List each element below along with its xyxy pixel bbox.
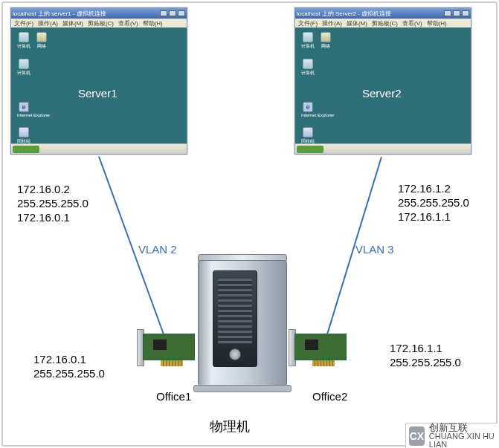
vm-title-text: localhost 上的 server1 - 虚拟机连接 bbox=[13, 10, 106, 18]
vm-desktop: 计算机 网络 计算机 Internet Explorer 回收站 Server1 bbox=[11, 27, 187, 143]
desktop-computer2-icon[interactable]: 计算机 bbox=[301, 59, 315, 75]
desktop-ie-icon[interactable]: Internet Explorer bbox=[17, 102, 30, 118]
close-icon[interactable] bbox=[462, 10, 469, 16]
maximize-icon[interactable] bbox=[453, 10, 460, 16]
menu-item[interactable]: 查看(V) bbox=[402, 19, 422, 27]
server1-ip-block: 172.16.0.2 255.255.255.0 172.16.0.1 bbox=[17, 183, 88, 224]
vm-window-server1: localhost 上的 server1 - 虚拟机连接 文件(F) 操作(A)… bbox=[10, 7, 187, 155]
menu-item[interactable]: 操作(A) bbox=[38, 19, 58, 27]
icon-label: 网络 bbox=[319, 43, 332, 50]
nic-office1-icon bbox=[137, 329, 204, 374]
icon-label: 回收站 bbox=[301, 138, 315, 145]
minimize-icon[interactable] bbox=[160, 10, 167, 16]
vm-titlebar: localhost 上的 Server2 - 虚拟机连接 bbox=[295, 8, 471, 19]
server2-ip: 172.16.1.2 bbox=[398, 182, 469, 196]
physical-machine-label: 物理机 bbox=[210, 418, 250, 435]
desktop-network-icon[interactable]: 网络 bbox=[35, 32, 48, 48]
vlan2-label: VLAN 2 bbox=[138, 243, 177, 256]
icon-label: 计算机 bbox=[17, 43, 30, 50]
vm-window-server2: localhost 上的 Server2 - 虚拟机连接 文件(F) 操作(A)… bbox=[294, 7, 471, 155]
icon-label: 计算机 bbox=[17, 70, 30, 77]
icon-label: 计算机 bbox=[301, 43, 315, 50]
menu-item[interactable]: 文件(F) bbox=[298, 19, 318, 27]
desktop-recycle-icon[interactable]: 回收站 bbox=[301, 127, 315, 143]
nic-office2-icon bbox=[289, 329, 355, 374]
maximize-icon[interactable] bbox=[169, 10, 176, 16]
start-button[interactable] bbox=[13, 146, 39, 153]
physical-server-icon bbox=[198, 260, 287, 386]
minimize-icon[interactable] bbox=[444, 10, 451, 16]
menu-item[interactable]: 帮助(H) bbox=[427, 19, 447, 27]
vm-taskbar bbox=[295, 143, 471, 154]
server1-mask: 255.255.255.0 bbox=[17, 197, 88, 211]
desktop-computer2-icon[interactable]: 计算机 bbox=[17, 59, 30, 75]
close-icon[interactable] bbox=[178, 10, 185, 16]
vlan3-label: VLAN 3 bbox=[355, 243, 394, 256]
vm-desktop: 计算机 网络 计算机 Internet Explorer 回收站 Server2 bbox=[295, 27, 471, 143]
watermark-py: CHUANG XIN HU LIAN bbox=[429, 432, 498, 448]
vm-titlebar: localhost 上的 server1 - 虚拟机连接 bbox=[11, 8, 187, 19]
menu-item[interactable]: 剪贴板(C) bbox=[88, 19, 114, 27]
start-button[interactable] bbox=[297, 146, 323, 153]
desktop-recycle-icon[interactable]: 回收站 bbox=[17, 127, 30, 143]
nic1-mask: 255.255.255.0 bbox=[33, 367, 105, 381]
icon-label: 网络 bbox=[35, 43, 48, 50]
server2-mask: 255.255.255.0 bbox=[398, 196, 469, 210]
vm-menubar: 文件(F) 操作(A) 媒体(M) 剪贴板(C) 查看(V) 帮助(H) bbox=[11, 19, 187, 27]
vm-taskbar bbox=[11, 143, 187, 154]
menu-item[interactable]: 媒体(M) bbox=[347, 19, 367, 27]
nic1-label: Office1 bbox=[156, 390, 191, 403]
nic2-label: Office2 bbox=[312, 390, 347, 403]
desktop-network-icon[interactable]: 网络 bbox=[319, 32, 332, 48]
watermark: CX 创新互联 CHUANG XIN HU LIAN bbox=[405, 423, 498, 448]
menu-item[interactable]: 剪贴板(C) bbox=[372, 19, 398, 27]
server1-ip: 172.16.0.2 bbox=[17, 183, 88, 197]
vm-menubar: 文件(F) 操作(A) 媒体(M) 剪贴板(C) 查看(V) 帮助(H) bbox=[295, 19, 471, 27]
nic2-mask: 255.255.255.0 bbox=[390, 356, 461, 370]
nic2-ip: 172.16.1.1 bbox=[390, 342, 461, 356]
menu-item[interactable]: 操作(A) bbox=[322, 19, 342, 27]
server2-label: Server2 bbox=[362, 87, 402, 100]
server2-ip-block: 172.16.1.2 255.255.255.0 172.16.1.1 bbox=[398, 182, 469, 224]
desktop-ie-icon[interactable]: Internet Explorer bbox=[301, 102, 315, 118]
desktop-computer-icon[interactable]: 计算机 bbox=[301, 32, 315, 48]
icon-label: Internet Explorer bbox=[301, 113, 315, 117]
menu-item[interactable]: 文件(F) bbox=[14, 19, 33, 27]
watermark-logo-icon: CX bbox=[409, 426, 425, 446]
nic1-ip-block: 172.16.0.1 255.255.255.0 bbox=[33, 353, 105, 381]
vm-title-text: localhost 上的 Server2 - 虚拟机连接 bbox=[297, 10, 391, 18]
server2-gw: 172.16.1.1 bbox=[398, 210, 469, 224]
nic1-ip: 172.16.0.1 bbox=[33, 353, 105, 367]
menu-item[interactable]: 媒体(M) bbox=[62, 19, 83, 27]
server1-gw: 172.16.0.1 bbox=[17, 211, 88, 225]
icon-label: Internet Explorer bbox=[17, 113, 30, 117]
icon-label: 计算机 bbox=[301, 70, 315, 77]
menu-item[interactable]: 帮助(H) bbox=[143, 19, 163, 27]
desktop-computer-icon[interactable]: 计算机 bbox=[17, 32, 30, 48]
menu-item[interactable]: 查看(V) bbox=[118, 19, 138, 27]
icon-label: 回收站 bbox=[17, 138, 30, 145]
server1-label: Server1 bbox=[78, 87, 117, 100]
nic2-ip-block: 172.16.1.1 255.255.255.0 bbox=[390, 342, 461, 370]
